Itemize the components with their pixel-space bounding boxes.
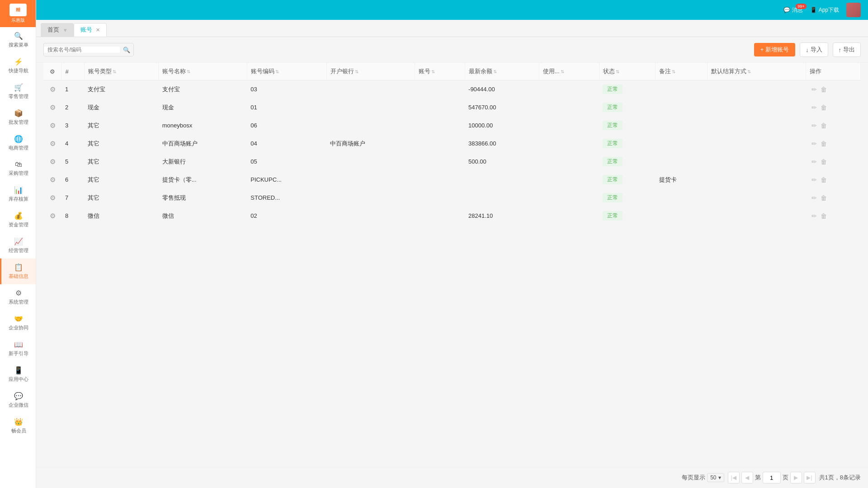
last-page-btn[interactable]: ▶| [804, 472, 816, 483]
row-action-3: ✏🗑 [806, 135, 861, 153]
per-page-selector[interactable]: 50 ▾ [707, 473, 724, 482]
edit-btn-1[interactable]: ✏ [810, 103, 819, 112]
col-label-account_no: 账号 [419, 68, 430, 75]
next-page-btn[interactable]: ▶ [790, 472, 802, 483]
tab-home[interactable]: 首页▾ [41, 23, 74, 37]
row-status-5: 正常 [599, 171, 656, 189]
col-label-remark: 备注 [659, 68, 671, 75]
col-header-bank[interactable]: 开户银行⇅ [326, 63, 415, 80]
sidebar-item-finance-mgmt[interactable]: 💰资金管理 [0, 207, 36, 233]
sidebar-item-system-mgmt[interactable]: ⚙系统管理 [0, 284, 36, 310]
edit-btn-5[interactable]: ✏ [810, 175, 819, 184]
sidebar-item-ecommerce-mgmt[interactable]: 🌐电商管理 [0, 130, 36, 156]
sidebar-item-search-menu[interactable]: 🔍搜索菜单 [0, 27, 36, 53]
edit-btn-2[interactable]: ✏ [810, 121, 819, 130]
col-header-default_settlement[interactable]: 默认结算方式⇅ [707, 63, 806, 80]
edit-btn-4[interactable]: ✏ [810, 157, 819, 166]
delete-btn-5[interactable]: 🗑 [819, 175, 829, 184]
delete-btn-3[interactable]: 🗑 [819, 139, 829, 148]
sidebar-item-enterprise-agreement[interactable]: 🤝企业协同 [0, 310, 36, 336]
page-input[interactable] [763, 472, 781, 483]
row-index-2: 3 [61, 117, 84, 135]
export-icon: ↑ [839, 47, 842, 53]
row-gear-6[interactable]: ⚙ [43, 189, 61, 207]
row-account-no-7 [415, 207, 465, 225]
tab-expand-home[interactable]: ▾ [64, 27, 67, 33]
row-gear-2[interactable]: ⚙ [43, 117, 61, 135]
sidebar-item-new-guide[interactable]: 📖新手引导 [0, 336, 36, 361]
col-label-settings: ⚙ [50, 68, 55, 75]
delete-btn-4[interactable]: 🗑 [819, 157, 829, 166]
status-badge-1: 正常 [603, 103, 623, 112]
row-gear-4[interactable]: ⚙ [43, 153, 61, 171]
col-header-status[interactable]: 状态⇅ [599, 63, 656, 80]
row-gear-7[interactable]: ⚙ [43, 207, 61, 225]
app-icon: 📱 [810, 7, 817, 13]
delete-btn-1[interactable]: 🗑 [819, 103, 829, 112]
sidebar-label-vip-member: 畅会员 [11, 427, 26, 434]
sidebar-item-vip-member[interactable]: 👑畅会员 [0, 413, 36, 439]
import-icon: ↓ [806, 47, 809, 53]
content-toolbar: 🔍 + 新增账号 ↓ 导入 ↑ 导出 [36, 37, 868, 63]
row-account-name-0: 支付宝 [159, 80, 247, 99]
sidebar-item-wholesale-mgmt[interactable]: 📦批发管理 [0, 104, 36, 130]
row-default-settlement-2 [707, 117, 806, 135]
add-account-button[interactable]: + 新增账号 [754, 43, 795, 56]
row-balance-1: 547670.00 [465, 99, 539, 117]
row-index-7: 8 [61, 207, 84, 225]
col-header-account_no[interactable]: 账号⇅ [415, 63, 465, 80]
search-input[interactable] [44, 47, 120, 53]
tab-label-account: 账号 [80, 26, 92, 34]
row-gear-1[interactable]: ⚙ [43, 99, 61, 117]
status-badge-7: 正常 [603, 211, 623, 221]
sidebar-item-app-center[interactable]: 📱应用中心 [0, 361, 36, 387]
row-gear-0[interactable]: ⚙ [43, 80, 61, 99]
user-avatar[interactable] [846, 3, 861, 17]
edit-btn-7[interactable]: ✏ [810, 211, 819, 221]
page-prefix: 第 [755, 474, 761, 482]
sidebar-item-enterprise-wechat[interactable]: 💬企业微信 [0, 387, 36, 413]
col-header-account_type[interactable]: 账号类型⇅ [84, 63, 158, 80]
import-button[interactable]: ↓ 导入 [800, 42, 828, 57]
sidebar-item-purchase-mgmt[interactable]: 🛍采购管理 [0, 156, 36, 181]
sidebar-item-inventory[interactable]: 📊库存核算 [0, 181, 36, 207]
col-header-usage[interactable]: 使用...⇅ [539, 63, 599, 80]
search-button[interactable]: 🔍 [120, 43, 133, 56]
col-header-account_name[interactable]: 账号名称⇅ [159, 63, 247, 80]
delete-btn-0[interactable]: 🗑 [819, 85, 829, 94]
export-button[interactable]: ↑ 导出 [833, 42, 861, 57]
row-account-code-7: 02 [247, 207, 326, 225]
col-header-latest_balance[interactable]: 最新余额⇅ [465, 63, 539, 80]
sidebar-item-basic-info[interactable]: 📋基础信息 [0, 258, 36, 284]
tab-close-account[interactable]: ✕ [96, 27, 100, 33]
message-btn[interactable]: 💬 消息 99+ [783, 6, 803, 14]
delete-btn-6[interactable]: 🗑 [819, 193, 829, 202]
sidebar-item-quick-nav[interactable]: ⚡快捷导航 [0, 53, 36, 79]
status-badge-2: 正常 [603, 121, 623, 130]
edit-btn-3[interactable]: ✏ [810, 139, 819, 148]
row-gear-3[interactable]: ⚙ [43, 135, 61, 153]
row-status-2: 正常 [599, 117, 656, 135]
import-label: 导入 [811, 46, 822, 54]
delete-btn-2[interactable]: 🗑 [819, 121, 829, 130]
edit-btn-0[interactable]: ✏ [810, 85, 819, 94]
row-usage-3 [539, 135, 599, 153]
sidebar-item-operations-mgmt[interactable]: 📈经营管理 [0, 233, 36, 258]
app-download-btn[interactable]: 📱 App下载 [810, 6, 839, 14]
row-account-no-2 [415, 117, 465, 135]
sidebar-icon-wholesale-mgmt: 📦 [14, 109, 23, 117]
sort-arrows-account_code: ⇅ [275, 69, 279, 74]
prev-page-btn[interactable]: ◀ [741, 472, 753, 483]
sidebar-item-retail-mgmt[interactable]: 🛒零售管理 [0, 79, 36, 104]
delete-btn-7[interactable]: 🗑 [819, 211, 829, 221]
col-header-account_code[interactable]: 账号编码⇅ [247, 63, 326, 80]
row-account-no-5 [415, 171, 465, 189]
sidebar-label-enterprise-agreement: 企业协同 [9, 324, 28, 331]
edit-btn-6[interactable]: ✏ [810, 193, 819, 202]
row-index-0: 1 [61, 80, 84, 99]
col-header-remark[interactable]: 备注⇅ [656, 63, 707, 80]
row-gear-5[interactable]: ⚙ [43, 171, 61, 189]
per-page-value: 50 [710, 474, 716, 481]
first-page-btn[interactable]: |◀ [728, 472, 740, 483]
tab-account[interactable]: 账号✕ [74, 23, 107, 37]
